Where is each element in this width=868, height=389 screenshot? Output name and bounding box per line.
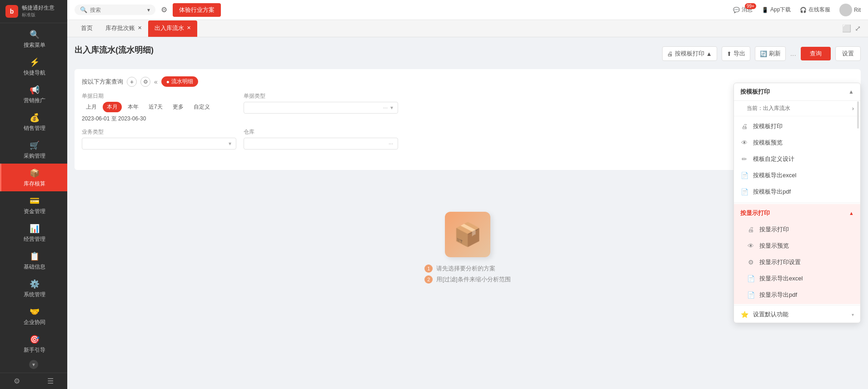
tab-home[interactable]: 首页 bbox=[75, 20, 99, 37]
dropdown-item-template-print[interactable]: 🖨 按模板打印 bbox=[734, 118, 860, 135]
tab-expand-icon[interactable]: ⤢ bbox=[855, 24, 861, 33]
print-collapse-icon: ▲ bbox=[706, 50, 712, 57]
dropdown-printer-icon: 🖨 bbox=[740, 123, 748, 130]
export-label: 导出 bbox=[733, 50, 745, 58]
print-template-btn[interactable]: 🖨 按模板打印 ▲ bbox=[662, 46, 717, 61]
tab-batch-close-icon[interactable]: ✕ bbox=[138, 25, 142, 31]
customer-service-btn[interactable]: 🎧 在线客服 bbox=[800, 6, 830, 14]
dropdown-item-display-print-label: 按显示打印 bbox=[759, 225, 789, 234]
refresh-btn[interactable]: 🔄 刷新 bbox=[755, 46, 786, 61]
shortcut-nav-icon: ⚡ bbox=[30, 57, 40, 67]
dropdown-item-template-excel[interactable]: 📄 按模板导出excel bbox=[734, 167, 860, 184]
dropdown-scrollbar[interactable] bbox=[857, 101, 859, 129]
print-dropdown-panel: 按模板打印 ▲ 当前：出入库流水 › 🖨 按模板打印 👁 按模板预览 ✏ 模板 bbox=[733, 83, 861, 323]
dropdown-item-set-default[interactable]: ⭐ 设置默认功能 ▾ bbox=[734, 306, 860, 323]
sidebar-item-operations[interactable]: 📊 经营管理 bbox=[0, 219, 67, 247]
dropdown-item-display-pdf[interactable]: 📄 按显示导出pdf bbox=[734, 287, 860, 303]
filter-tag-detail[interactable]: ● 流水明细 bbox=[161, 76, 198, 87]
topbar-search-box[interactable]: 🔍 ▾ bbox=[75, 5, 155, 15]
dropdown-item-template-custom-label: 模板自定义设计 bbox=[753, 155, 794, 163]
dropdown-item-display-print[interactable]: 🖨 按显示打印 bbox=[734, 221, 860, 238]
sidebar-item-purchase[interactable]: 🛒 采购管理 bbox=[0, 136, 67, 164]
search-nav-icon: 🔍 bbox=[30, 30, 40, 40]
date-btn-custom[interactable]: 自定义 bbox=[190, 102, 214, 112]
logo-icon: b bbox=[5, 5, 18, 18]
dropdown-item-template-pdf[interactable]: 📄 按模板导出pdf bbox=[734, 184, 860, 200]
dropdown-eye-icon-1: 👁 bbox=[740, 139, 748, 146]
dropdown-section-display-header[interactable]: 按显示打印 ▲ bbox=[734, 205, 860, 221]
sidebar-item-shortcut[interactable]: ⚡ 快捷导航 bbox=[0, 53, 67, 80]
empty-tip-1: 1 请先选择要分析的方案 bbox=[424, 264, 510, 273]
export-btn[interactable]: ⬆ 导出 bbox=[722, 46, 750, 61]
date-range-inputs[interactable]: 2023-06-01 至 2023-06-30 bbox=[82, 115, 236, 123]
sidebar-item-basic-label: 基础信息 bbox=[24, 263, 45, 271]
sidebar-bottom: ⚙ ☰ bbox=[0, 373, 67, 389]
tab-batch-label: 库存批次账 bbox=[105, 24, 135, 32]
dropdown-item-set-default-chevron: ▾ bbox=[852, 312, 854, 317]
tab-window-controls: ⬜ ⤢ bbox=[842, 24, 861, 33]
topbar-search-dropdown-btn[interactable]: ▾ bbox=[147, 7, 150, 13]
sidebar-item-inventory[interactable]: 📦 库存核算 bbox=[0, 164, 67, 191]
filter-business-type-field: 业务类型 ▾ bbox=[82, 128, 236, 150]
topbar-gear-icon[interactable]: ⚙ bbox=[161, 5, 167, 14]
tab-restore-icon[interactable]: ⬜ bbox=[842, 24, 851, 33]
sidebar-item-finance[interactable]: 💳 资金管理 bbox=[0, 191, 67, 219]
trial-btn[interactable]: 体验行业方案 bbox=[173, 3, 221, 17]
dropdown-item-display-excel[interactable]: 📄 按显示导出excel bbox=[734, 270, 860, 287]
filter-collapse-btn[interactable]: « bbox=[154, 78, 158, 85]
sidebar-scroll-down-btn[interactable]: ▼ bbox=[29, 360, 38, 369]
filter-business-type-select[interactable]: ▾ bbox=[82, 138, 236, 150]
date-btn-last-month[interactable]: 上月 bbox=[82, 102, 101, 112]
user-avatar-btn[interactable]: Rit bbox=[839, 4, 861, 16]
topbar: 🔍 ▾ ⚙ 体验行业方案 💬 消息 99+ 📱 App下载 🎧 在线客服 Rit bbox=[67, 0, 868, 20]
sidebar-menu-icon[interactable]: ☰ bbox=[47, 377, 54, 385]
filter-settings-btn[interactable]: ⚙ bbox=[140, 77, 150, 87]
inventory-nav-icon: 📦 bbox=[30, 168, 40, 178]
dropdown-excel-icon-2: 📄 bbox=[747, 275, 755, 282]
date-btn-last-7-days[interactable]: 近7天 bbox=[145, 102, 167, 112]
dropdown-collapse-icon[interactable]: ▲ bbox=[848, 89, 854, 95]
message-btn[interactable]: 💬 消息 99+ bbox=[733, 6, 753, 14]
sidebar-item-system[interactable]: ⚙️ 系统管理 bbox=[0, 274, 67, 302]
sidebar-item-purchase-label: 采购管理 bbox=[24, 152, 45, 160]
logo-text-group: 畅捷通好生意 标准版 bbox=[22, 5, 55, 18]
filter-business-type-dropdown-icon[interactable]: ▾ bbox=[229, 140, 231, 147]
operations-nav-icon: 📊 bbox=[30, 224, 40, 234]
date-btn-this-month[interactable]: 本月 bbox=[103, 102, 122, 112]
customer-service-label: 在线客服 bbox=[808, 6, 830, 14]
sidebar: b 畅捷通好生意 标准版 🔍 搜索菜单 ⚡ 快捷导航 📢 营销推广 💰 销售管理… bbox=[0, 0, 67, 389]
settings-btn[interactable]: 设置 bbox=[835, 46, 861, 61]
sidebar-item-sales[interactable]: 💰 销售管理 bbox=[0, 108, 67, 136]
empty-tips: 1 请先选择要分析的方案 2 用[过滤]条件来缩小分析范围 bbox=[424, 264, 510, 284]
topbar-search-input[interactable] bbox=[90, 7, 145, 13]
sidebar-item-shortcut-label: 快捷导航 bbox=[24, 69, 45, 77]
sidebar-item-basic[interactable]: 📋 基础信息 bbox=[0, 247, 67, 274]
sidebar-item-guide[interactable]: 🎯 新手引导 bbox=[0, 330, 67, 356]
date-btn-this-year[interactable]: 本年 bbox=[124, 102, 143, 112]
app-download-btn[interactable]: 📱 App下载 bbox=[762, 6, 791, 14]
sidebar-item-inventory-label: 库存核算 bbox=[24, 180, 45, 188]
query-btn[interactable]: 查询 bbox=[801, 47, 831, 60]
dropdown-title: 按模板打印 bbox=[740, 88, 770, 96]
filter-bill-type-dropdown-icon[interactable]: ▾ bbox=[390, 105, 393, 111]
filter-add-btn[interactable]: + bbox=[127, 77, 137, 87]
sidebar-item-search[interactable]: 🔍 搜索菜单 bbox=[0, 25, 67, 53]
more-dots-btn[interactable]: ... bbox=[790, 50, 796, 58]
filter-bill-type-more-icon[interactable]: ··· bbox=[383, 105, 388, 111]
sidebar-item-marketing[interactable]: 📢 营销推广 bbox=[0, 80, 67, 108]
filter-warehouse-more-icon[interactable]: ··· bbox=[389, 140, 393, 147]
dropdown-item-display-preview[interactable]: 👁 按显示预览 bbox=[734, 238, 860, 254]
tab-flow[interactable]: 出入库流水 ✕ bbox=[148, 20, 197, 37]
filter-warehouse-select[interactable]: ··· bbox=[244, 138, 398, 150]
sidebar-item-collab[interactable]: 🤝 企业协同 bbox=[0, 302, 67, 330]
date-btn-more[interactable]: 更多 bbox=[169, 102, 188, 112]
dropdown-item-template-custom[interactable]: ✏ 模板自定义设计 bbox=[734, 151, 860, 167]
tab-flow-close-icon[interactable]: ✕ bbox=[187, 25, 191, 31]
dropdown-item-template-preview[interactable]: 👁 按模板预览 bbox=[734, 135, 860, 151]
sidebar-nav: 🔍 搜索菜单 ⚡ 快捷导航 📢 营销推广 💰 销售管理 🛒 采购管理 📦 库存核… bbox=[0, 23, 67, 356]
tab-batch[interactable]: 库存批次账 ✕ bbox=[99, 20, 148, 37]
sidebar-settings-icon[interactable]: ⚙ bbox=[14, 377, 20, 385]
dropdown-item-display-settings[interactable]: ⚙ 按显示打印设置 bbox=[734, 254, 860, 270]
dropdown-current-item[interactable]: 当前：出入库流水 › bbox=[734, 101, 860, 116]
filter-bill-type-select[interactable]: ··· ▾ bbox=[244, 102, 398, 114]
